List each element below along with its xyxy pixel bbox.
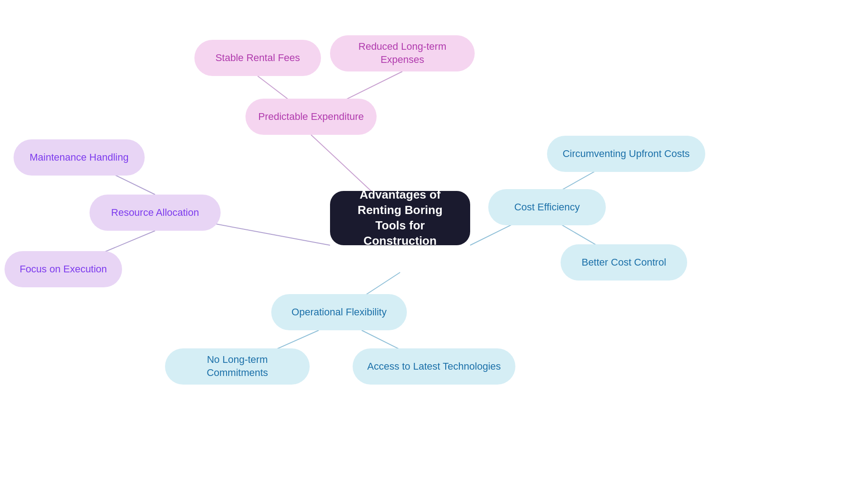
no-longterm-commitments: No Long-term Commitments [165, 348, 310, 385]
maintenance-handling: Maintenance Handling [14, 139, 145, 176]
stable-rental-fees: Stable Rental Fees [194, 40, 321, 76]
better-cost-control: Better Cost Control [561, 244, 687, 281]
circumventing-upfront-costs: Circumventing Upfront Costs [547, 136, 705, 172]
maintenance-handling-label: Maintenance Handling [30, 151, 129, 164]
stable-rental-fees-label: Stable Rental Fees [215, 52, 300, 65]
access-latest-technologies: Access to Latest Technologies [353, 348, 515, 385]
resource-allocation: Resource Allocation [90, 195, 221, 231]
focus-on-execution: Focus on Execution [5, 251, 122, 287]
circumventing-upfront-costs-label: Circumventing Upfront Costs [562, 147, 689, 161]
no-longterm-commitments-label: No Long-term Commitments [178, 353, 297, 379]
cost-efficiency-label: Cost Efficiency [514, 201, 580, 214]
operational-flexibility-label: Operational Flexibility [292, 306, 387, 319]
center-node: Advantages of Renting Boring Tools for C… [330, 191, 470, 245]
resource-allocation-label: Resource Allocation [111, 206, 199, 219]
operational-flexibility: Operational Flexibility [271, 294, 407, 330]
cost-efficiency: Cost Efficiency [488, 189, 606, 225]
focus-on-execution-label: Focus on Execution [19, 263, 107, 276]
better-cost-control-label: Better Cost Control [581, 256, 666, 269]
access-latest-technologies-label: Access to Latest Technologies [367, 360, 501, 373]
reduced-longterm-expenses-label: Reduced Long-term Expenses [343, 40, 462, 66]
reduced-longterm-expenses: Reduced Long-term Expenses [330, 35, 475, 71]
center-label: Advantages of Renting Boring Tools for C… [343, 187, 458, 248]
predictable-expenditure-label: Predictable Expenditure [258, 110, 364, 124]
predictable-expenditure: Predictable Expenditure [245, 99, 377, 135]
